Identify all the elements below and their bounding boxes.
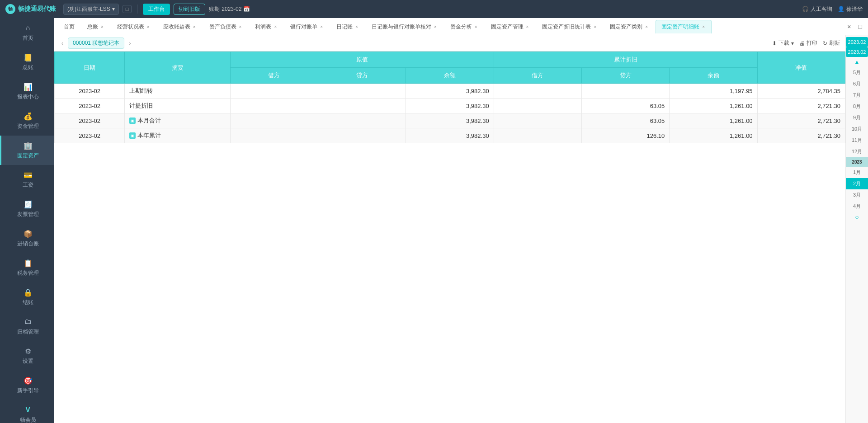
topbar: 畅 畅捷通易代账 (劝)江西服主-LSS ▾ □ 工作台 切到旧版 账期 202… bbox=[0, 0, 868, 18]
tab-close-fixed-mgmt[interactable]: × bbox=[525, 24, 530, 30]
date-y23m1[interactable]: 1月 bbox=[846, 167, 868, 178]
date-2023-02-b[interactable]: 2023.02 bbox=[846, 47, 868, 57]
sidebar-item-capital[interactable]: 💰 资金管理 bbox=[0, 106, 54, 136]
tab-home[interactable]: 首页 bbox=[58, 20, 80, 33]
cell-accum-debit bbox=[494, 113, 581, 128]
tab-journal-bank[interactable]: 日记账与银行对账单核对 × bbox=[366, 20, 443, 33]
sidebar-item-sales[interactable]: 📦 进销台账 bbox=[0, 224, 54, 253]
download-button[interactable]: ⬇ 下载 ▾ bbox=[772, 39, 794, 47]
page-content: ‹ 000001 联想笔记本 › ⬇ 下载 ▾ 🖨 打印 bbox=[54, 35, 868, 423]
tab-close-journal-bank[interactable]: × bbox=[433, 24, 438, 30]
old-version-button[interactable]: 切到旧版 bbox=[174, 4, 205, 15]
sidebar-item-ledger[interactable]: 📒 总账 bbox=[0, 47, 54, 77]
sidebar-item-label: 新手引导 bbox=[17, 387, 39, 395]
tab-bank-statement[interactable]: 银行对账单 × bbox=[284, 20, 330, 33]
date-m7[interactable]: 7月 bbox=[846, 89, 868, 101]
date-y23m2-current[interactable]: 2月 bbox=[846, 178, 868, 189]
print-button[interactable]: 🖨 打印 bbox=[799, 39, 817, 47]
date-m11[interactable]: 11月 bbox=[846, 135, 868, 146]
date-m9[interactable]: 9月 bbox=[846, 112, 868, 123]
tab-fixed-detail[interactable]: 固定资产明细账 × bbox=[656, 20, 712, 33]
sidebar-item-member[interactable]: V 畅会员 bbox=[0, 400, 54, 423]
download-icon: ⬇ bbox=[772, 40, 777, 47]
tab-ledger[interactable]: 总账 × bbox=[81, 20, 110, 33]
sidebar-item-home[interactable]: ⌂ 首页 bbox=[0, 18, 54, 47]
tab-label: 固定资产管理 bbox=[491, 23, 524, 31]
copy-button[interactable]: □ bbox=[123, 5, 132, 13]
cell-note: 计提折旧 bbox=[125, 99, 230, 113]
tab-close-capital[interactable]: × bbox=[474, 24, 478, 30]
sidebar-item-settings[interactable]: ⚙ 设置 bbox=[0, 341, 54, 371]
tab-balance[interactable]: 资产负债表 × bbox=[203, 20, 249, 33]
tab-profit[interactable]: 利润表 × bbox=[249, 20, 283, 33]
tab-business[interactable]: 经营状况表 × bbox=[111, 20, 156, 33]
tab-label: 日记账与银行对账单核对 bbox=[372, 23, 431, 31]
tab-capital-analysis[interactable]: 资金分析 × bbox=[444, 20, 484, 33]
topbar-right: 🎧 人工客询 👤 徐泽华 bbox=[802, 5, 863, 13]
date-m5[interactable]: 5月 bbox=[846, 67, 868, 78]
tab-close-receivable[interactable]: × bbox=[192, 24, 197, 30]
tab-journal[interactable]: 日记账 × bbox=[330, 20, 365, 33]
cell-date: 2023-02 bbox=[55, 99, 125, 113]
settings-icon: ⚙ bbox=[24, 347, 33, 356]
tab-close-business[interactable]: × bbox=[146, 24, 151, 30]
date-m6[interactable]: 6月 bbox=[846, 78, 868, 89]
sidebar-item-guide[interactable]: 🎯 新手引导 bbox=[0, 371, 54, 400]
cell-orig-debit bbox=[230, 128, 318, 143]
sidebar-item-archive[interactable]: 🗂 归档管理 bbox=[0, 312, 54, 341]
user-profile[interactable]: 👤 徐泽华 bbox=[838, 5, 863, 13]
tab-close-balance[interactable]: × bbox=[238, 24, 243, 30]
tab-close-all-button[interactable]: × bbox=[845, 22, 853, 32]
sidebar-item-label: 进销台账 bbox=[17, 240, 39, 248]
tab-receivable[interactable]: 应收账龄表 × bbox=[157, 20, 203, 33]
sidebar-item-invoice[interactable]: 🧾 发票管理 bbox=[0, 194, 54, 224]
tab-close-journal[interactable]: × bbox=[354, 24, 359, 30]
scroll-up-arrow[interactable]: ▲ bbox=[854, 57, 860, 67]
chevron-down-icon: ▾ bbox=[791, 40, 794, 47]
tab-fixed-type[interactable]: 固定资产类别 × bbox=[604, 20, 655, 33]
sidebar-item-close-accounts[interactable]: 🔒 结账 bbox=[0, 282, 54, 312]
tab-close-fixed-type[interactable]: × bbox=[644, 24, 649, 30]
date-m12[interactable]: 12月 bbox=[846, 146, 868, 157]
sidebar-item-label: 总账 bbox=[23, 64, 33, 71]
next-arrow[interactable]: › bbox=[127, 39, 132, 47]
sidebar-item-payroll[interactable]: 💳 工资 bbox=[0, 165, 54, 194]
tab-close-depr[interactable]: × bbox=[593, 24, 597, 30]
tab-close-profit[interactable]: × bbox=[273, 24, 278, 30]
sidebar-item-tax[interactable]: 📋 税务管理 bbox=[0, 253, 54, 282]
date-y23m4[interactable]: 4月 bbox=[846, 201, 868, 212]
scroll-down-button[interactable]: ○ bbox=[855, 212, 859, 222]
tab-close-ledger[interactable]: × bbox=[100, 24, 104, 30]
workbench-button[interactable]: 工作台 bbox=[143, 4, 170, 15]
capital-icon: 💰 bbox=[24, 112, 33, 121]
date-m8[interactable]: 8月 bbox=[846, 101, 868, 112]
date-y23m3[interactable]: 3月 bbox=[846, 189, 868, 201]
calendar-icon[interactable]: 📅 bbox=[243, 6, 250, 12]
breadcrumb[interactable]: 000001 联想笔记本 bbox=[68, 38, 124, 49]
tab-depreciation-stat[interactable]: 固定资产折旧统计表 × bbox=[536, 20, 603, 33]
app-logo: 畅 畅捷通易代账 bbox=[5, 4, 60, 14]
tab-label: 应收账龄表 bbox=[163, 23, 190, 31]
cell-net-value: 2,721.30 bbox=[757, 128, 845, 143]
sidebar-item-label: 资金管理 bbox=[17, 122, 39, 130]
download-label: 下载 bbox=[778, 39, 789, 47]
sidebar-item-fixed-assets[interactable]: 🏢 固定资产 bbox=[0, 136, 54, 165]
sidebar-item-label: 税务管理 bbox=[17, 269, 39, 277]
cell-orig-balance: 3,982.30 bbox=[406, 99, 494, 113]
tab-fixed-mgmt[interactable]: 固定资产管理 × bbox=[485, 20, 536, 33]
content-area: 首页 总账 × 经营状况表 × 应收账龄表 × 资产负债表 × 利润表 × bbox=[54, 18, 868, 423]
tab-maximize-button[interactable]: □ bbox=[856, 22, 864, 32]
date-2023-02-top[interactable]: 2023.02 bbox=[846, 37, 868, 47]
date-m10[interactable]: 10月 bbox=[846, 123, 868, 135]
sidebar-item-reports[interactable]: 📊 报表中心 bbox=[0, 77, 54, 106]
tab-close-fixed-detail[interactable]: × bbox=[701, 24, 706, 30]
cell-orig-balance: 3,982.30 bbox=[406, 113, 494, 128]
tab-close-bank[interactable]: × bbox=[319, 24, 324, 30]
company-selector[interactable]: (劝)江西服主-LSS ▾ bbox=[63, 4, 119, 15]
support-button[interactable]: 🎧 人工客询 bbox=[802, 5, 832, 13]
fixed-assets-icon: 🏢 bbox=[24, 141, 33, 150]
prev-arrow[interactable]: ‹ bbox=[60, 39, 65, 47]
th-orig-debit: 借方 bbox=[230, 68, 318, 84]
sidebar-item-label: 固定资产 bbox=[17, 152, 39, 160]
refresh-button[interactable]: ↻ 刷新 bbox=[823, 39, 840, 47]
